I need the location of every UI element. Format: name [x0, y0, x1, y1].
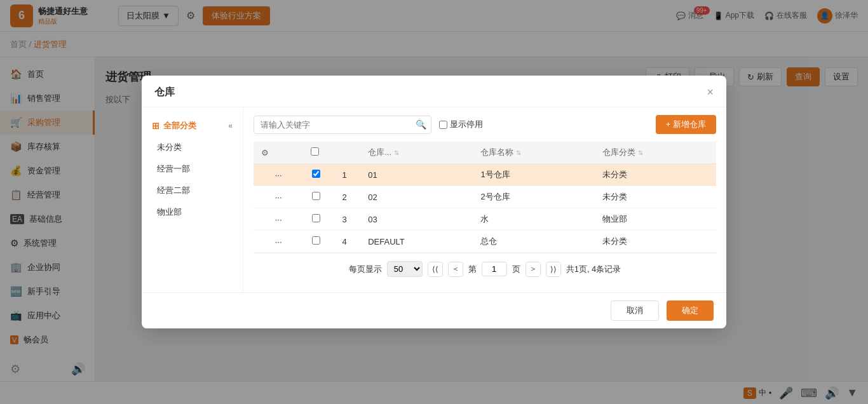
dialog-title: 仓库: [154, 86, 175, 99]
table-row[interactable]: ··· 1 01 1号仓库 未分类: [254, 164, 716, 186]
cat-item-property[interactable]: 物业部: [142, 201, 243, 223]
next-page-btn[interactable]: ＞: [526, 262, 541, 277]
page-input[interactable]: [482, 262, 507, 276]
cat-item-unclassified[interactable]: 未分类: [142, 137, 243, 158]
row-category-2: 物业部: [595, 208, 716, 231]
row-name-1: 2号仓库: [473, 186, 594, 208]
row-num-0: 1: [329, 164, 360, 186]
add-warehouse-btn[interactable]: + 新增仓库: [656, 115, 716, 134]
row-gear-1[interactable]: ···: [254, 186, 303, 208]
row-category-1: 未分类: [595, 186, 716, 208]
col-header-name[interactable]: 仓库名称⇅: [473, 142, 594, 164]
category-panel: ⊞ 全部分类 « 未分类 经营一部 经营二部 物业部: [142, 107, 243, 292]
warehouse-dialog: 仓库 × ⊞ 全部分类 « 未分类 经营一部 经营二部 物业部: [142, 76, 726, 328]
search-icon[interactable]: 🔍: [416, 119, 426, 130]
show-disabled-checkbox[interactable]: [439, 121, 447, 129]
row-num-2: 3: [329, 208, 360, 231]
pagination: 每页显示 50 100 ⟨⟨ ＜ 第 页 ＞ ⟩⟩ 共1页, 4条记录: [254, 253, 716, 285]
row-code-3: DEFAULT: [360, 231, 473, 253]
last-page-btn[interactable]: ⟩⟩: [546, 262, 561, 277]
row-num-3: 4: [329, 231, 360, 253]
cancel-btn[interactable]: 取消: [611, 300, 659, 321]
search-input[interactable]: [254, 116, 431, 134]
col-header-num: [329, 142, 360, 164]
row-name-2: 水: [473, 208, 594, 231]
table-toolbar: 🔍 显示停用 + 新增仓库: [254, 115, 716, 134]
page-size-select[interactable]: 50 100: [387, 261, 423, 277]
close-icon[interactable]: ×: [707, 86, 714, 99]
row-gear-3[interactable]: ···: [254, 231, 303, 253]
row-cb-0[interactable]: [303, 164, 329, 186]
row-category-3: 未分类: [595, 231, 716, 253]
row-gear-0[interactable]: ···: [254, 164, 303, 186]
row-code-2: 03: [360, 208, 473, 231]
dialog-footer: 取消 确定: [142, 292, 726, 328]
confirm-btn[interactable]: 确定: [667, 300, 714, 321]
row-cb-3[interactable]: [303, 231, 329, 253]
row-cb-1[interactable]: [303, 186, 329, 208]
table-wrapper: ⚙ 仓库...⇅ 仓库名称⇅ 仓库分类⇅: [254, 142, 716, 253]
first-page-btn[interactable]: ⟨⟨: [428, 262, 443, 277]
row-code-0: 01: [360, 164, 473, 186]
cat-item-ops1[interactable]: 经营一部: [142, 158, 243, 180]
prev-page-btn[interactable]: ＜: [448, 262, 463, 277]
table-row[interactable]: ··· 4 DEFAULT 总仓 未分类: [254, 231, 716, 253]
warehouse-table: ⚙ 仓库...⇅ 仓库名称⇅ 仓库分类⇅: [254, 142, 716, 253]
row-gear-2[interactable]: ···: [254, 208, 303, 231]
row-category-0: 未分类: [595, 164, 716, 186]
select-all-checkbox[interactable]: [311, 147, 319, 156]
table-row[interactable]: ··· 3 03 水 物业部: [254, 208, 716, 231]
cat-item-ops2[interactable]: 经营二部: [142, 180, 243, 201]
category-header[interactable]: ⊞ 全部分类 «: [142, 115, 243, 137]
show-disabled-label[interactable]: 显示停用: [439, 119, 483, 130]
row-num-1: 2: [329, 186, 360, 208]
col-header-gear: ⚙: [254, 142, 303, 164]
row-code-1: 02: [360, 186, 473, 208]
table-panel: 🔍 显示停用 + 新增仓库 ⚙: [243, 107, 726, 292]
dialog-body: ⊞ 全部分类 « 未分类 经营一部 经营二部 物业部 🔍: [142, 107, 726, 292]
table-row[interactable]: ··· 2 02 2号仓库 未分类: [254, 186, 716, 208]
dialog-header: 仓库 ×: [142, 76, 726, 107]
row-cb-2[interactable]: [303, 208, 329, 231]
dialog-overlay: 仓库 × ⊞ 全部分类 « 未分类 经营一部 经营二部 物业部: [0, 0, 868, 404]
row-name-0: 1号仓库: [473, 164, 594, 186]
search-wrap: 🔍: [254, 116, 431, 134]
col-header-cb: [303, 142, 329, 164]
col-header-code[interactable]: 仓库...⇅: [360, 142, 473, 164]
row-name-3: 总仓: [473, 231, 594, 253]
col-header-category[interactable]: 仓库分类⇅: [595, 142, 716, 164]
category-toggle[interactable]: «: [228, 121, 233, 130]
